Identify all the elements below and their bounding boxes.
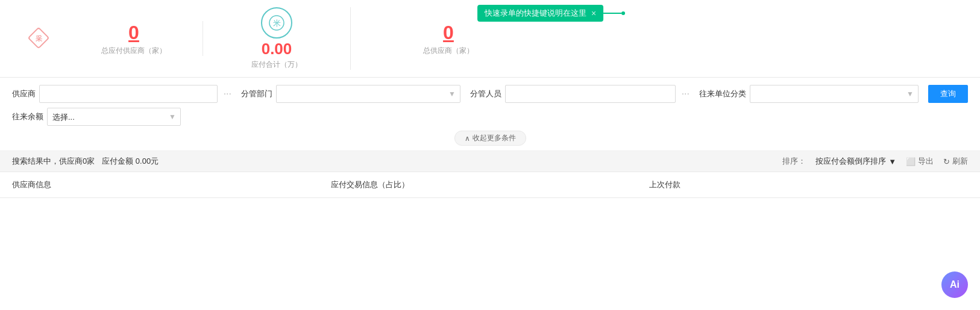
filter-department: 分管部门 ▼ — [241, 85, 460, 103]
result-supplier-count: 搜索结果中，供应商0家 — [12, 156, 95, 167]
table-header: 供应商信息 应付交易信息（占比） 上次付款 — [0, 172, 980, 198]
person-dots[interactable]: ··· — [682, 88, 689, 99]
supplier-input[interactable] — [39, 85, 218, 103]
result-bar: 搜索结果中，供应商0家 应付金额 0.00元 排序： 按应付会额倒序排序 ▼ ⬜… — [0, 151, 980, 172]
svg-text:米: 米 — [273, 19, 281, 28]
stat-total-suppliers: 0 总供应商（家） — [387, 21, 510, 55]
sort-select[interactable]: 按应付会额倒序排序 ▼ — [815, 156, 896, 167]
stat-number-total[interactable]: 0 — [443, 21, 454, 44]
sort-arrow-icon: ▼ — [888, 157, 896, 166]
stat-payable-total: 米 0.00 应付合计（万） — [203, 7, 351, 70]
refresh-icon: ↻ — [943, 157, 950, 166]
sort-value: 按应付会额倒序排序 — [815, 156, 886, 167]
logo: 采 — [24, 23, 53, 54]
department-label: 分管部门 — [241, 88, 272, 99]
filter-balance: 往来余额 选择... ▼ — [12, 108, 181, 126]
col-transaction-header: 应付交易信息（占比） — [331, 179, 650, 190]
export-icon: ⬜ — [906, 157, 916, 166]
filter-bar: 供应商 ··· 分管部门 ▼ 分管人员 ··· 往来单位分类 — [0, 78, 980, 151]
stat-label-payable-total: 应付合计（万） — [251, 60, 302, 70]
stats-bar: 采 0 总应付供应商（家） 米 0.00 应付合计（万） 快速录单的快捷键说明在… — [0, 0, 980, 78]
tooltip-dot — [620, 10, 626, 16]
refresh-button[interactable]: ↻ 刷新 — [943, 156, 968, 167]
export-label: 导出 — [918, 156, 934, 167]
department-select[interactable] — [276, 85, 460, 103]
filter-row-2: 往来余额 选择... ▼ — [12, 108, 968, 126]
department-select-wrapper: ▼ — [276, 85, 460, 103]
person-input[interactable] — [505, 85, 676, 103]
collapse-label: 收起更多条件 — [473, 133, 516, 143]
supplier-dots[interactable]: ··· — [224, 88, 231, 99]
stat-number-payable-total: 0.00 — [262, 40, 292, 58]
filter-unit-category: 往来单位分类 ▼ — [699, 85, 919, 103]
col-supplier-header: 供应商信息 — [12, 179, 331, 190]
ai-assistant-button[interactable]: Ai — [941, 271, 968, 298]
stat-label-payable: 总应付供应商（家） — [101, 46, 166, 56]
result-actions: 排序： 按应付会额倒序排序 ▼ ⬜ 导出 ↻ 刷新 — [782, 156, 968, 167]
person-label: 分管人员 — [470, 88, 501, 99]
col-payment-header: 上次付款 — [649, 179, 968, 190]
shortcut-tooltip: 快速录单的快捷键说明在这里 × — [477, 5, 603, 22]
supplier-label: 供应商 — [12, 88, 36, 99]
result-info-group: 搜索结果中，供应商0家 应付金额 0.00元 — [12, 156, 159, 167]
unit-category-select[interactable] — [750, 85, 919, 103]
query-button[interactable]: 查询 — [928, 85, 968, 103]
balance-select[interactable]: 选择... — [47, 108, 181, 126]
unit-category-label: 往来单位分类 — [699, 88, 746, 99]
balance-label: 往来余额 — [12, 111, 43, 122]
svg-text:采: 采 — [36, 35, 43, 42]
unit-category-select-wrapper: ▼ — [750, 85, 919, 103]
stat-number-payable[interactable]: 0 — [128, 21, 139, 44]
collapse-up-icon: ∧ — [465, 134, 470, 143]
tooltip-text: 快速录单的快捷键说明在这里 — [485, 8, 586, 19]
stat-label-total: 总供应商（家） — [423, 46, 474, 56]
table-body — [0, 198, 980, 310]
coin-icon: 米 — [261, 7, 292, 39]
export-button[interactable]: ⬜ 导出 — [906, 156, 934, 167]
sort-label: 排序： — [782, 156, 806, 167]
filter-row-1: 供应商 ··· 分管部门 ▼ 分管人员 ··· 往来单位分类 — [12, 85, 968, 103]
refresh-label: 刷新 — [952, 156, 968, 167]
result-amount: 应付金额 0.00元 — [102, 156, 159, 167]
stat-total-payable-suppliers: 0 总应付供应商（家） — [65, 21, 203, 55]
filter-supplier: 供应商 ··· — [12, 85, 231, 103]
balance-select-wrapper: 选择... ▼ — [47, 108, 181, 126]
tooltip-close-btn[interactable]: × — [591, 8, 596, 18]
collapse-button[interactable]: ∧ 收起更多条件 — [454, 131, 526, 146]
filter-person: 分管人员 ··· — [470, 85, 689, 103]
